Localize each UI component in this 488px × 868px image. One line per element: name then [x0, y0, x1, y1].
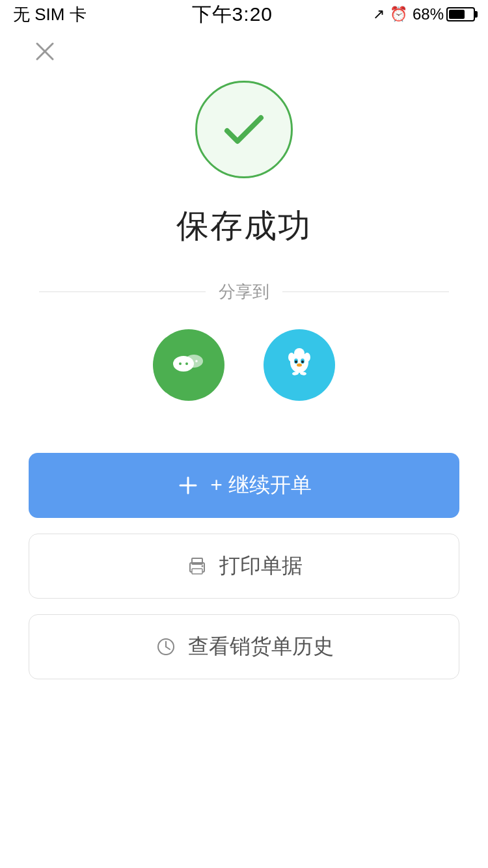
history-button[interactable]: 查看销货单历史	[29, 614, 459, 679]
divider-right	[282, 292, 449, 292]
qq-icon	[278, 344, 320, 386]
status-bar: 无 SIM 卡 下午3:20 ↗ ⏰ 68%	[0, 0, 488, 29]
divider-left	[39, 292, 206, 292]
status-carrier: 无 SIM 卡	[13, 3, 92, 26]
share-label: 分享到	[206, 280, 282, 303]
battery-icon	[446, 7, 475, 21]
svg-line-27	[166, 647, 170, 649]
svg-point-5	[185, 362, 188, 365]
share-icons-row	[153, 329, 335, 401]
svg-point-7	[195, 360, 198, 362]
history-label: 查看销货单历史	[188, 632, 334, 661]
print-button[interactable]: 打印单据	[29, 534, 459, 599]
battery-indicator: 68%	[413, 5, 475, 23]
success-title: 保存成功	[176, 204, 312, 248]
svg-point-3	[185, 355, 203, 368]
svg-point-14	[295, 360, 297, 363]
print-label: 打印单据	[219, 552, 303, 580]
svg-point-16	[297, 364, 302, 367]
svg-point-24	[202, 565, 204, 567]
alarm-icon: ⏰	[390, 6, 407, 23]
battery-fill	[449, 10, 465, 19]
status-icons: ↗ ⏰ 68%	[373, 5, 475, 23]
wechat-icon	[168, 344, 210, 386]
battery-percent: 68%	[413, 5, 444, 23]
print-icon	[185, 554, 209, 578]
carrier-text: 无 SIM 卡	[13, 3, 87, 26]
svg-point-10	[288, 353, 295, 362]
status-time: 下午3:20	[192, 1, 273, 28]
plus-icon	[176, 474, 200, 497]
svg-point-6	[190, 360, 193, 362]
svg-point-4	[179, 362, 182, 365]
checkmark-icon	[218, 103, 270, 156]
action-buttons: + 继续开单 打印单据 查看销货单历史	[0, 453, 488, 679]
svg-point-15	[301, 360, 304, 363]
location-icon: ↗	[373, 6, 385, 23]
continue-label: + 继续开单	[210, 471, 312, 500]
share-wechat-button[interactable]	[153, 329, 224, 401]
share-qq-button[interactable]	[264, 329, 335, 401]
clock-icon	[154, 635, 178, 658]
continue-button[interactable]: + 继续开单	[29, 453, 459, 518]
close-button[interactable]	[29, 35, 61, 68]
share-divider: 分享到	[0, 280, 488, 303]
svg-point-9	[294, 348, 305, 359]
success-icon-circle	[195, 81, 293, 178]
svg-rect-22	[192, 569, 202, 574]
svg-point-11	[304, 353, 310, 362]
main-content: 保存成功 分享到	[0, 29, 488, 679]
